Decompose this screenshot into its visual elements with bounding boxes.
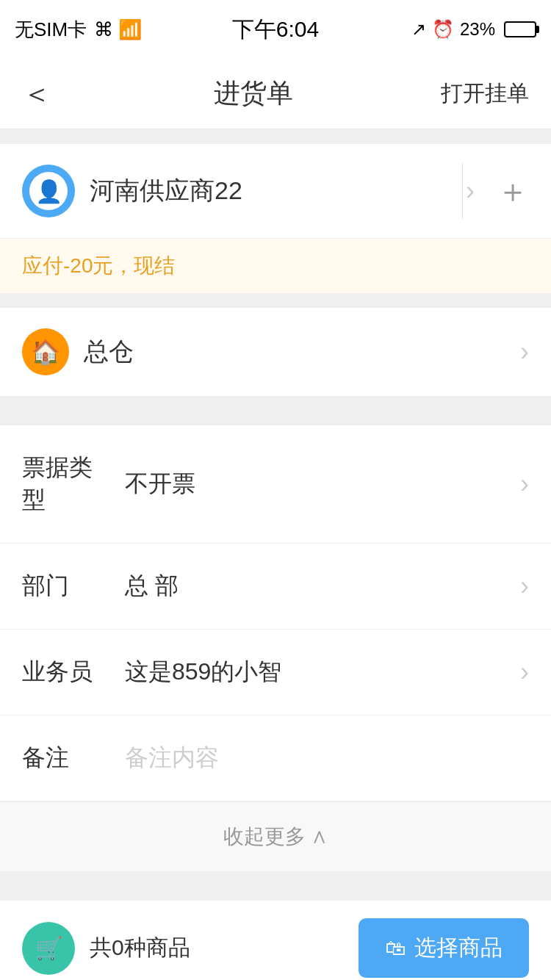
- select-product-icon: 🛍: [385, 936, 406, 960]
- select-product-button[interactable]: 🛍 选择商品: [359, 918, 529, 978]
- open-pending-button[interactable]: 打开挂单: [441, 79, 529, 109]
- avatar-inner: [29, 172, 68, 210]
- status-time: 下午6:04: [232, 15, 319, 45]
- ticket-type-value: 不开票: [125, 468, 520, 500]
- department-value: 总 部: [125, 570, 520, 602]
- status-left: 无SIM卡 ⌘ 📶: [15, 17, 142, 43]
- supplier-name: 河南供应商22: [90, 174, 466, 208]
- product-bar: 🛒 共0种商品 🛍 选择商品: [0, 901, 551, 980]
- supplier-chevron-icon[interactable]: ›: [466, 176, 475, 206]
- department-label: 部门: [22, 570, 110, 602]
- alarm-icon: ⏰: [432, 19, 454, 40]
- warehouse-name: 总仓: [84, 335, 520, 369]
- battery-icon: [504, 21, 536, 37]
- back-button[interactable]: ＜: [22, 73, 66, 114]
- ticket-type-chevron-icon: ›: [520, 469, 529, 500]
- warehouse-row[interactable]: 🏠 总仓 ›: [0, 308, 551, 396]
- nav-bar: ＜ 进货单 打开挂单: [0, 59, 551, 129]
- product-icon: 🛒: [22, 922, 75, 975]
- department-chevron-icon: ›: [520, 571, 529, 602]
- supplier-actions: › ＋: [466, 170, 529, 213]
- status-bar: 无SIM卡 ⌘ 📶 下午6:04 ↗ ⏰ 23%: [0, 0, 551, 59]
- collapse-label: 收起更多 ∧: [223, 825, 328, 848]
- collapse-bar[interactable]: 收起更多 ∧: [0, 801, 551, 871]
- warehouse-chevron-icon: ›: [520, 336, 529, 367]
- salesman-value: 这是859的小智: [125, 656, 520, 688]
- wifi-icon: ⌘ 📶: [94, 18, 142, 41]
- warehouse-card: 🏠 总仓 ›: [0, 308, 551, 396]
- notice-text: 应付-20元，现结: [22, 254, 175, 277]
- supplier-row[interactable]: 河南供应商22 › ＋: [0, 144, 551, 239]
- salesman-row[interactable]: 业务员 这是859的小智 ›: [0, 630, 551, 716]
- battery-text: 23%: [460, 19, 495, 40]
- remark-input[interactable]: 备注内容: [125, 742, 529, 774]
- notice-bar: 应付-20元，现结: [0, 239, 551, 293]
- add-supplier-icon[interactable]: ＋: [497, 170, 529, 213]
- salesman-label: 业务员: [22, 656, 110, 688]
- ticket-type-label: 票据类型: [22, 452, 110, 516]
- supplier-avatar: [22, 165, 75, 217]
- supplier-card: 河南供应商22 › ＋ 应付-20元，现结: [0, 144, 551, 293]
- ticket-type-row[interactable]: 票据类型 不开票 ›: [0, 425, 551, 544]
- department-row[interactable]: 部门 总 部 ›: [0, 544, 551, 630]
- divider-3: [0, 871, 551, 886]
- divider-2: [0, 396, 551, 411]
- salesman-chevron-icon: ›: [520, 657, 529, 688]
- location-icon: ↗: [411, 19, 426, 40]
- warehouse-icon: 🏠: [22, 328, 69, 375]
- remark-row[interactable]: 备注 备注内容: [0, 716, 551, 801]
- remark-label: 备注: [22, 742, 110, 774]
- carrier-text: 无SIM卡: [15, 17, 87, 43]
- supplier-divider-line: [462, 163, 463, 220]
- product-count: 共0种商品: [90, 933, 359, 963]
- select-product-label: 选择商品: [414, 933, 503, 963]
- nav-title: 进货单: [214, 76, 293, 112]
- top-divider: [0, 129, 551, 144]
- status-right: ↗ ⏰ 23%: [411, 19, 536, 40]
- divider-1: [0, 293, 551, 308]
- form-section: 票据类型 不开票 › 部门 总 部 › 业务员 这是859的小智 › 备注 备注…: [0, 425, 551, 871]
